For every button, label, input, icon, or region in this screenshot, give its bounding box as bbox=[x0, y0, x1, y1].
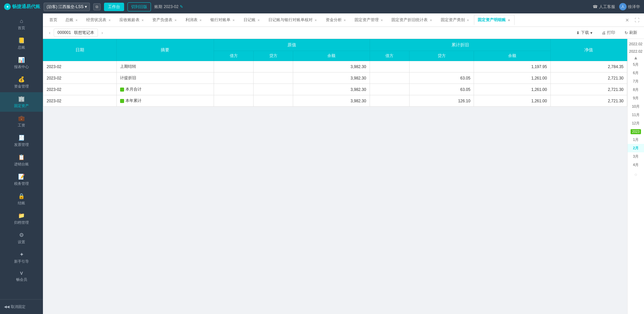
sidebar-item-capital[interactable]: 💰 资金管理 bbox=[0, 73, 43, 92]
tab-bar: 首页 总账 × 经营状况表 × 应收账龄表 × 资产负债表 × bbox=[43, 13, 644, 27]
th-acc-balance: 余额 bbox=[474, 51, 550, 61]
tab-profit[interactable]: 利润表 × bbox=[182, 15, 206, 25]
cancel-fixed-button[interactable]: ◀◀ 取消固定 bbox=[1, 302, 42, 311]
date-panel-3[interactable]: 3月 bbox=[628, 152, 644, 161]
tab-receivable[interactable]: 应收账龄表 × bbox=[116, 15, 148, 25]
work-order-button[interactable]: 工作台 bbox=[104, 3, 124, 11]
tab-ledger[interactable]: 总账 × bbox=[62, 15, 82, 25]
copy-button[interactable]: ⧉ bbox=[93, 3, 101, 10]
top-bar: ✦ 畅捷通易代账 (劢客) 江西服垒-LSS ▾ ⧉ 工作台 切到旧版 账期 2… bbox=[0, 0, 644, 13]
tab-home-label: 首页 bbox=[49, 17, 57, 23]
sidebar-item-invoice-label: 发票管理 bbox=[14, 142, 29, 147]
tab-fixed-category-close[interactable]: × bbox=[466, 18, 470, 22]
cell-net-value-3: 2,721.30 bbox=[550, 95, 627, 107]
date-panel-first[interactable]: 2022.02 bbox=[628, 40, 644, 48]
sidebar-item-reports[interactable]: 📊 报表中心 bbox=[0, 53, 43, 73]
asset-tag[interactable]: 000001 联想笔记本 bbox=[54, 29, 98, 37]
tab-bank-statement[interactable]: 银行对账单 × bbox=[207, 15, 239, 25]
date-panel-1[interactable]: 1月 bbox=[628, 136, 644, 144]
tab-fixed-mgmt-close[interactable]: × bbox=[380, 18, 383, 22]
user-info[interactable]: 人 徐泽华 bbox=[619, 3, 640, 10]
sidebar-item-tax[interactable]: 📝 税务管理 bbox=[0, 170, 43, 190]
sidebar-item-archive[interactable]: 📁 归档管理 bbox=[0, 209, 43, 228]
date-panel-circle-icon[interactable]: ○ bbox=[634, 172, 637, 177]
sidebar-item-home[interactable]: ⌂ 首页 bbox=[0, 15, 43, 34]
tab-profit-close[interactable]: × bbox=[199, 18, 202, 22]
th-orig-debit: 借方 bbox=[214, 51, 253, 61]
sidebar-item-closing[interactable]: 🔒 结账 bbox=[0, 190, 43, 209]
company-selector[interactable]: (劢客) 江西服垒-LSS ▾ bbox=[44, 3, 90, 11]
tab-fixed-depreciation-close[interactable]: × bbox=[429, 18, 432, 22]
date-panel-11[interactable]: 11月 bbox=[628, 111, 644, 119]
tab-fixed-mgmt[interactable]: 固定资产管理 × bbox=[351, 15, 387, 25]
date-panel-2[interactable]: 2月 bbox=[628, 144, 644, 152]
date-panel-5[interactable]: 5月 bbox=[628, 60, 644, 69]
download-button[interactable]: ⬇ 下载 ▾ bbox=[574, 29, 595, 37]
fixed-assets-icon: 🏢 bbox=[18, 96, 25, 102]
tab-maximize-button[interactable]: ⛶ bbox=[633, 17, 641, 23]
tab-fixed-detail[interactable]: 固定资产明细账 × bbox=[474, 15, 514, 25]
tab-close-all-button[interactable]: ✕ bbox=[623, 17, 631, 23]
tab-journal-bank-close[interactable]: × bbox=[314, 18, 317, 22]
sidebar-item-ledger[interactable]: 📒 总账 bbox=[0, 34, 43, 53]
service-button[interactable]: ☎ 人工客服 bbox=[593, 4, 615, 10]
tab-bank-statement-close[interactable]: × bbox=[232, 18, 235, 22]
print-button[interactable]: 🖨 打印 bbox=[599, 29, 618, 37]
tab-home[interactable]: 首页 bbox=[46, 15, 61, 25]
date-panel-6[interactable]: 6月 bbox=[628, 69, 644, 77]
cell-acc-debit-2 bbox=[370, 84, 409, 95]
capital-icon: 💰 bbox=[18, 76, 25, 83]
th-acc-credit: 贷方 bbox=[409, 51, 474, 61]
cell-acc-balance-1: 1,261.00 bbox=[474, 72, 550, 84]
sidebar-item-ledger-label: 总账 bbox=[18, 45, 25, 50]
sidebar-item-member[interactable]: V 畅会员 bbox=[0, 267, 43, 285]
date-panel-7[interactable]: 7月 bbox=[628, 77, 644, 86]
sub-nav-next-arrow[interactable]: › bbox=[99, 30, 105, 36]
payroll-icon: 💼 bbox=[18, 115, 25, 121]
tab-fixed-category[interactable]: 固定资产类别 × bbox=[437, 15, 473, 25]
tab-journal-bank[interactable]: 日记账与银行对账单核对 × bbox=[265, 15, 321, 25]
tab-balance-close[interactable]: × bbox=[174, 18, 177, 22]
main-content: 日期 摘要 原值 累计折旧 净值 借方 贷方 bbox=[43, 39, 644, 314]
tab-balance[interactable]: 资产负债表 × bbox=[149, 15, 181, 25]
tab-ledger-close[interactable]: × bbox=[75, 18, 78, 22]
cell-orig-debit-1 bbox=[214, 72, 253, 84]
tab-business[interactable]: 经营状况表 × bbox=[83, 15, 115, 25]
sub-nav-prev-arrow[interactable]: ‹ bbox=[47, 30, 52, 36]
sidebar-item-sales-ledger[interactable]: 📋 进销台账 bbox=[0, 151, 43, 170]
cell-acc-debit-1 bbox=[370, 72, 409, 84]
cell-orig-balance-0: 3,982.30 bbox=[293, 61, 370, 72]
date-panel-8[interactable]: 8月 bbox=[628, 86, 644, 94]
refresh-button[interactable]: ↻ 刷新 bbox=[622, 29, 640, 37]
date-panel-12[interactable]: 12月 bbox=[628, 119, 644, 127]
ledger-icon: 📒 bbox=[18, 37, 25, 44]
asset-name: 联想笔记本 bbox=[74, 30, 94, 35]
date-panel-4[interactable]: 4月 bbox=[628, 161, 644, 169]
sidebar-item-fixed-assets[interactable]: 🏢 固定资产 bbox=[0, 92, 43, 112]
tab-journal-close[interactable]: × bbox=[257, 18, 260, 22]
page-content: 日期 摘要 原值 累计折旧 净值 借方 贷方 bbox=[43, 39, 627, 314]
sidebar-item-invoice[interactable]: 🧾 发票管理 bbox=[0, 131, 43, 151]
member-icon: V bbox=[20, 271, 23, 276]
sidebar-item-fixed-assets-label: 固定资产 bbox=[14, 103, 29, 108]
sidebar-item-payroll[interactable]: 💼 工资 bbox=[0, 112, 43, 131]
tab-capital-analysis-close[interactable]: × bbox=[343, 18, 346, 22]
tab-journal[interactable]: 日记账 × bbox=[240, 15, 264, 25]
edit-period-icon[interactable]: ✎ bbox=[180, 4, 183, 9]
tab-capital-analysis[interactable]: 资金分析 × bbox=[322, 15, 350, 25]
user-avatar-icon: 人 bbox=[619, 3, 627, 10]
tab-profit-label: 利润表 bbox=[185, 17, 198, 23]
date-panel-9[interactable]: 9月 bbox=[628, 94, 644, 102]
tab-fixed-depreciation[interactable]: 固定资产折旧统计表 × bbox=[388, 15, 436, 25]
tab-receivable-close[interactable]: × bbox=[141, 18, 144, 22]
sidebar-item-settings[interactable]: ⚙ 设置 bbox=[0, 228, 43, 248]
top-right: ☎ 人工客服 人 徐泽华 bbox=[593, 3, 640, 10]
sidebar-item-guide[interactable]: ✦ 新手引导 bbox=[0, 248, 43, 267]
switch-old-button[interactable]: 切到旧版 bbox=[127, 2, 151, 11]
date-panel-10[interactable]: 10月 bbox=[628, 102, 644, 111]
sidebar-item-payroll-label: 工资 bbox=[18, 123, 25, 128]
sidebar-item-tax-label: 税务管理 bbox=[14, 181, 29, 186]
tab-fixed-detail-close[interactable]: × bbox=[507, 18, 511, 22]
tab-business-close[interactable]: × bbox=[108, 18, 111, 22]
tab-bar-controls: ✕ ⛶ bbox=[623, 17, 641, 23]
